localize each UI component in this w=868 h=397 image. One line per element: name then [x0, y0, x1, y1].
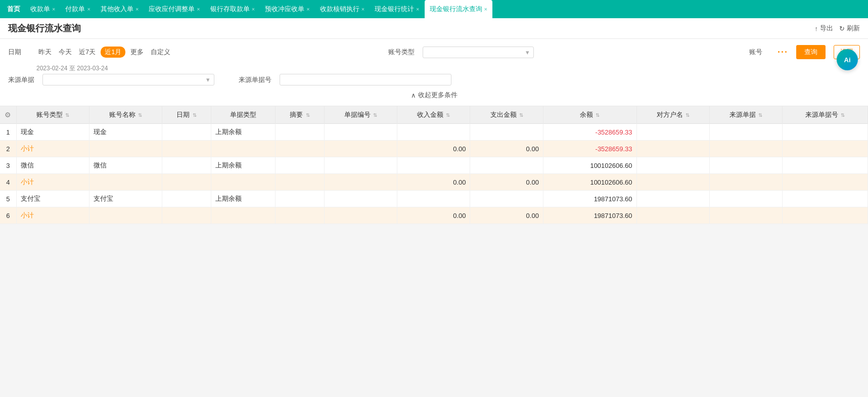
close-icon[interactable]: ×: [87, 6, 90, 12]
nav-tab-shoukuan[interactable]: 收款单 ×: [25, 0, 60, 18]
row-source-doc: [710, 157, 783, 174]
table-row: 6 小计 0.00 0.00 19871073.60: [0, 207, 868, 224]
row-source-doc-no: [783, 141, 868, 157]
page-header: 现金银行流水查询 ↑ 导出 ↻ 刷新: [0, 18, 868, 39]
row-counterpart: [636, 207, 709, 224]
row-date: [162, 207, 211, 224]
date-label: 日期: [8, 48, 28, 57]
nav-tab-qita[interactable]: 其他收入单 ×: [96, 0, 144, 18]
data-table: ⚙ 账号类型 ⇅ 账号名称 ⇅ 日期 ⇅ 单据类型 摘要: [0, 106, 868, 224]
sort-icon: ⇅: [596, 112, 600, 118]
nav-tab-yinhang[interactable]: 银行存取款单 ×: [205, 0, 260, 18]
top-nav: 首页 收款单 × 付款单 × 其他收入单 × 应收应付调整单 × 银行存取款单 …: [0, 0, 868, 18]
row-no: 5: [0, 191, 16, 207]
query-button[interactable]: 查询: [796, 45, 826, 59]
account-type-select[interactable]: ▾: [423, 47, 534, 58]
row-account-type: 支付宝: [16, 191, 89, 207]
sort-icon: ⇅: [446, 112, 450, 118]
col-doc-no[interactable]: 单据编号 ⇅: [324, 106, 397, 124]
col-account-type[interactable]: 账号类型 ⇅: [16, 106, 89, 124]
source-doc-no-label: 来源单据号: [239, 75, 271, 84]
close-icon[interactable]: ×: [252, 6, 255, 12]
close-icon[interactable]: ×: [306, 6, 309, 12]
chevron-down-icon: ▾: [526, 49, 529, 56]
nav-tab-hexiao[interactable]: 收款核销执行 ×: [315, 0, 370, 18]
refresh-icon: ↻: [839, 25, 845, 32]
nav-tab-liushui[interactable]: 现金银行流水查询 ×: [425, 0, 492, 18]
nav-tab-tongji[interactable]: 现金银行统计 ×: [370, 0, 424, 18]
source-doc-label: 来源单据: [8, 75, 34, 84]
row-account-name: 现金: [89, 124, 162, 141]
row-doc-type: [211, 174, 275, 191]
col-summary[interactable]: 摘要 ⇅: [276, 106, 325, 124]
gear-icon[interactable]: ⚙: [5, 111, 11, 119]
row-doc-no: [324, 207, 397, 224]
row-account-type: 小计: [16, 141, 89, 157]
row-account-type: 微信: [16, 157, 89, 174]
row-income: 0.00: [397, 207, 470, 224]
row-doc-no: [324, 124, 397, 141]
row-source-doc-no: [783, 207, 868, 224]
date-range-text: 2023-02-24 至 2023-03-24: [36, 64, 108, 73]
row-income: [397, 157, 470, 174]
row-balance: 19871073.60: [543, 207, 636, 224]
row-doc-type: 上期余额: [211, 157, 275, 174]
row-source-doc: [710, 191, 783, 207]
col-expense[interactable]: 支出金额 ⇅: [470, 106, 543, 124]
col-date[interactable]: 日期 ⇅: [162, 106, 211, 124]
row-doc-type: 上期余额: [211, 124, 275, 141]
row-source-doc: [710, 174, 783, 191]
close-icon[interactable]: ×: [52, 6, 55, 12]
table-container: ⚙ 账号类型 ⇅ 账号名称 ⇅ 日期 ⇅ 单据类型 摘要: [0, 106, 868, 224]
row-date: [162, 174, 211, 191]
table-row: 5 支付宝 支付宝 上期余额 19871073.60: [0, 191, 868, 207]
yesterday-btn[interactable]: 昨天: [36, 47, 54, 58]
close-icon[interactable]: ×: [135, 6, 139, 12]
row-account-name: 微信: [89, 157, 162, 174]
nav-tab-fukuan[interactable]: 付款单 ×: [60, 0, 95, 18]
export-icon: ↑: [815, 25, 818, 32]
close-icon[interactable]: ×: [361, 6, 364, 12]
close-icon[interactable]: ×: [416, 6, 419, 12]
row-counterpart: [636, 174, 709, 191]
row-summary: [276, 141, 325, 157]
close-icon[interactable]: ×: [484, 6, 487, 12]
col-income[interactable]: 收入金额 ⇅: [397, 106, 470, 124]
month-btn[interactable]: 近1月: [101, 47, 125, 58]
source-doc-no-input[interactable]: [280, 74, 451, 85]
table-row: 1 现金 现金 上期余额 -3528659.33: [0, 124, 868, 141]
row-counterpart: [636, 157, 709, 174]
row-date: [162, 141, 211, 157]
col-account-name[interactable]: 账号名称 ⇅: [89, 106, 162, 124]
row-account-type: 小计: [16, 207, 89, 224]
row-date: [162, 124, 211, 141]
row-expense: [470, 157, 543, 174]
account-ellipsis-btn[interactable]: ···: [778, 47, 788, 58]
sort-icon: ⇅: [138, 112, 142, 118]
nav-home[interactable]: 首页: [2, 0, 25, 18]
export-button[interactable]: ↑ 导出: [815, 24, 834, 33]
row-doc-no: [324, 191, 397, 207]
row-doc-no: [324, 174, 397, 191]
col-settings: ⚙: [0, 106, 16, 124]
nav-tab-yushou[interactable]: 预收冲应收单 ×: [260, 0, 314, 18]
ai-badge[interactable]: Ai: [837, 49, 858, 70]
source-doc-select[interactable]: ▾: [42, 74, 214, 85]
close-icon[interactable]: ×: [197, 6, 200, 12]
row-source-doc-no: [783, 191, 868, 207]
table-row: 4 小计 0.00 0.00 100102606.60: [0, 174, 868, 191]
col-source-doc-no[interactable]: 来源单据号 ⇅: [783, 106, 868, 124]
custom-btn[interactable]: 自定义: [149, 47, 172, 58]
refresh-button[interactable]: ↻ 刷新: [839, 24, 860, 33]
more-btn[interactable]: 更多: [128, 47, 146, 58]
collapse-bar[interactable]: ∧ 收起更多条件: [8, 91, 860, 100]
col-counterpart[interactable]: 对方户名 ⇅: [636, 106, 709, 124]
row-balance: -3528659.33: [543, 124, 636, 141]
nav-tab-tiaozheng[interactable]: 应收应付调整单 ×: [144, 0, 205, 18]
today-btn[interactable]: 今天: [57, 47, 74, 58]
row-summary: [276, 124, 325, 141]
table-row: 3 微信 微信 上期余额 100102606.60: [0, 157, 868, 174]
col-source-doc[interactable]: 来源单据 ⇅: [710, 106, 783, 124]
col-balance[interactable]: 余额 ⇅: [543, 106, 636, 124]
week-btn[interactable]: 近7天: [77, 47, 98, 58]
